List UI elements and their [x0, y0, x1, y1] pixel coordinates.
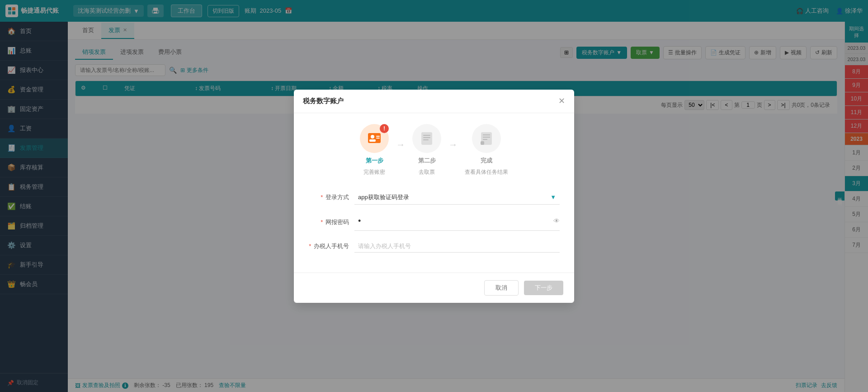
step-1-badge: !: [380, 124, 389, 133]
modal-overlay: 税务数字账户 ✕ !: [0, 0, 868, 392]
tax-account-modal: 税务数字账户 ✕ !: [294, 90, 574, 303]
modal-footer: 取消 下一步: [294, 272, 574, 303]
login-method-row: * 登录方式 app获取验证码登录 ▼: [308, 191, 560, 205]
step-3-desc: 查看具体任务结果: [465, 168, 508, 176]
svg-rect-12: [376, 138, 380, 139]
svg-rect-13: [421, 132, 432, 145]
phone-label: * 办税人手机号: [308, 242, 349, 250]
svg-point-9: [371, 135, 374, 139]
select-arrow-icon: ▼: [550, 194, 556, 201]
arrow-1: →: [389, 139, 412, 150]
svg-rect-21: [481, 141, 484, 145]
svg-rect-15: [423, 137, 430, 138]
step-3: 完成 查看具体任务结果: [465, 124, 508, 176]
svg-rect-14: [423, 135, 430, 136]
modal-close-button[interactable]: ✕: [558, 97, 565, 105]
modal-title: 税务数字账户: [303, 97, 344, 105]
login-method-label: * 登录方式: [308, 193, 349, 201]
step-1-desc: 完善账密: [363, 168, 385, 176]
step-2: 第二步 去取票: [412, 124, 441, 176]
modal-header: 税务数字账户 ✕: [294, 90, 574, 113]
step-3-icon-wrap: [472, 124, 501, 153]
cancel-button[interactable]: 取消: [484, 280, 519, 296]
svg-rect-11: [376, 136, 380, 137]
step-1-label: 第一步: [366, 157, 383, 165]
step-2-icon-wrap: [412, 124, 441, 153]
password-input[interactable]: [354, 214, 553, 229]
phone-input[interactable]: [354, 240, 560, 253]
login-method-select[interactable]: app获取验证码登录 ▼: [354, 191, 560, 205]
step-1-icon-wrap: !: [360, 124, 389, 153]
step-2-desc: 去取票: [419, 168, 435, 176]
password-label: * 网报密码: [308, 218, 349, 226]
modal-body: ! 第一步 完善账密 →: [294, 113, 574, 272]
step-3-label: 完成: [481, 157, 492, 165]
phone-row: * 办税人手机号: [308, 240, 560, 253]
toggle-password-icon[interactable]: 👁: [553, 217, 560, 225]
step-2-label: 第二步: [418, 157, 436, 165]
password-row: * 网报密码 👁: [308, 214, 560, 231]
next-button[interactable]: 下一步: [524, 281, 563, 295]
svg-rect-16: [423, 139, 429, 140]
arrow-2: →: [441, 139, 465, 150]
svg-rect-10: [369, 139, 376, 142]
step-1: ! 第一步 完善账密: [360, 124, 389, 176]
steps-row: ! 第一步 完善账密 →: [308, 124, 560, 176]
